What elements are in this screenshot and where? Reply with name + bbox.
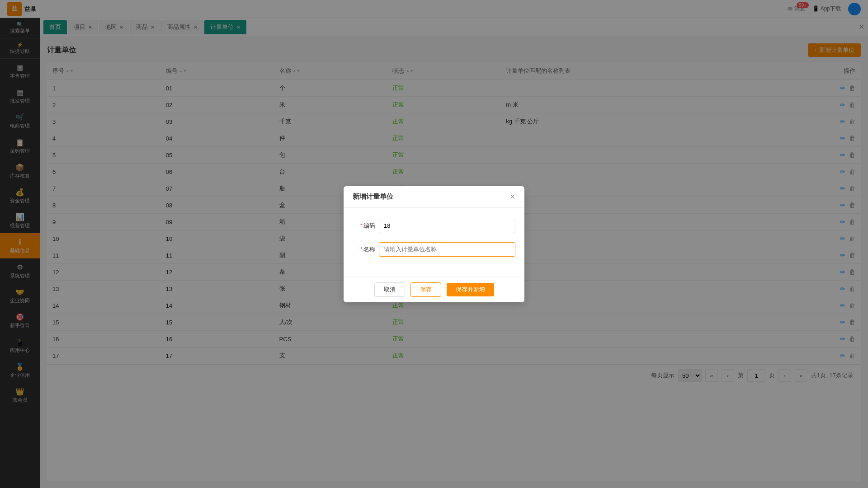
code-required-mark: * <box>360 222 363 229</box>
dialog-title: 新增计量单位 <box>353 192 393 201</box>
dialog-header: 新增计量单位 ✕ <box>344 186 524 208</box>
cancel-button[interactable]: 取消 <box>374 282 405 297</box>
form-row-name: *名称 <box>353 242 515 257</box>
save-and-new-button[interactable]: 保存并新增 <box>447 283 494 296</box>
dialog-footer: 取消 保存 保存并新增 <box>344 277 524 302</box>
add-unit-dialog: 新增计量单位 ✕ *编码 18 *名称 取消 保存 保存并新增 <box>344 186 524 302</box>
dialog-body: *编码 18 *名称 <box>344 208 524 277</box>
dialog-overlay: 新增计量单位 ✕ *编码 18 *名称 取消 保存 保存并新增 <box>0 0 868 488</box>
name-required-mark: * <box>360 246 363 253</box>
name-input[interactable] <box>379 242 515 257</box>
name-label: *名称 <box>353 245 375 253</box>
code-label: *编码 <box>353 222 375 230</box>
code-input[interactable]: 18 <box>379 219 515 233</box>
dialog-close-button[interactable]: ✕ <box>509 192 515 201</box>
save-button[interactable]: 保存 <box>410 282 441 297</box>
form-row-code: *编码 18 <box>353 219 515 233</box>
